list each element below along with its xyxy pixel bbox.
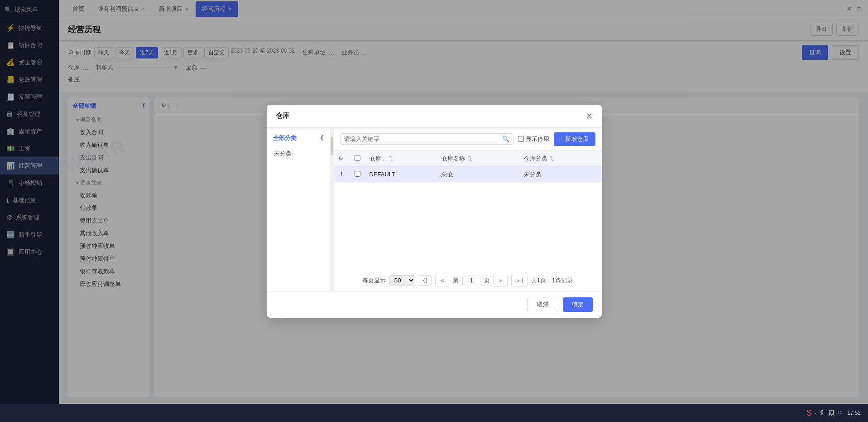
modal-prev-page[interactable]: ＜ — [435, 275, 449, 286]
sort-icon: ⇅ — [550, 155, 555, 162]
th-warehouse-category: 仓库分类 ⇅ — [519, 151, 602, 167]
warehouse-name: 总仓 — [437, 166, 519, 182]
modal-last-page[interactable]: ＞⟩ — [511, 275, 528, 286]
modal-page-label: 第 — [453, 276, 459, 285]
modal-overlay[interactable]: 仓库 ✕ 全部分类 《 未分类 — [0, 0, 868, 422]
scroll-thumb — [331, 137, 333, 155]
warehouse-code: DEFAULT — [365, 166, 437, 182]
select-all-checkbox[interactable] — [355, 155, 360, 161]
row-settings: 1 — [334, 166, 350, 182]
modal-category-header: 全部分类 《 — [270, 132, 326, 144]
modal-scrollbar[interactable] — [330, 128, 334, 291]
th-warehouse-name: 仓库名称 ⇅ — [437, 151, 519, 167]
modal-total: 共1页，1条记录 — [531, 276, 573, 285]
cancel-button[interactable]: 取消 — [528, 297, 558, 312]
modal-current-page[interactable] — [462, 276, 480, 285]
modal-header: 仓库 ✕ — [267, 105, 602, 128]
modal-per-page-label: 每页显示 — [362, 276, 386, 285]
modal-close-button[interactable]: ✕ — [586, 111, 593, 121]
taskbar-icon-flag: 🏳 — [837, 409, 844, 417]
search-icon: 🔍 — [502, 136, 509, 142]
modal-pagination: 每页显示 50 100 ⟨⟨ ＜ 第 页 ＞ ＞⟩ 共1页，1条记录 — [334, 270, 602, 291]
modal-next-page[interactable]: ＞ — [494, 275, 508, 286]
taskbar: S · 🎙 🖼 🏳 17:52 — [0, 404, 868, 422]
modal-search-box: 🔍 — [340, 133, 514, 145]
th-settings: ⚙ — [334, 151, 350, 167]
taskbar-icon-s: S — [806, 408, 812, 418]
category-collapse-icon[interactable]: 《 — [317, 134, 323, 142]
modal-body: 全部分类 《 未分类 🔍 — [267, 128, 602, 291]
modal-warehouse: 仓库 ✕ 全部分类 《 未分类 — [267, 105, 602, 318]
taskbar-time: 17:52 — [847, 410, 861, 416]
taskbar-icon-mic: 🎙 — [819, 409, 825, 417]
show-disabled-label: 显示停用 — [518, 135, 549, 143]
taskbar-icon-img: 🖼 — [828, 409, 834, 417]
category-item-unclassified[interactable]: 未分类 — [270, 147, 326, 160]
show-disabled-checkbox[interactable] — [518, 136, 524, 142]
table-header-row: ⚙ 仓库... ⇅ 仓库名称 ⇅ — [334, 151, 602, 167]
modal-search-input[interactable] — [344, 136, 501, 142]
th-warehouse-code: 仓库... ⇅ — [365, 151, 437, 167]
modal-first-page[interactable]: ⟨⟨ — [419, 275, 432, 286]
taskbar-icons: S · 🎙 🖼 🏳 — [806, 408, 844, 418]
confirm-button[interactable]: 确定 — [563, 297, 593, 312]
modal-category-panel: 全部分类 《 未分类 — [267, 128, 330, 291]
table-row[interactable]: 1 DEFAULT 总仓 未分类 — [334, 166, 602, 182]
th-check — [350, 151, 365, 167]
modal-actions: 取消 确定 — [267, 291, 602, 318]
sort-icon: ⇅ — [467, 155, 472, 162]
modal-table-panel: 🔍 显示停用 + 新增仓库 ⚙ — [334, 128, 602, 291]
taskbar-icon-dot: · — [815, 409, 816, 417]
warehouse-category: 未分类 — [519, 166, 602, 182]
modal-toolbar: 🔍 显示停用 + 新增仓库 — [334, 128, 602, 151]
modal-page-suffix: 页 — [484, 276, 490, 285]
modal-per-page-select[interactable]: 50 100 — [389, 275, 415, 286]
row-checkbox[interactable] — [355, 171, 360, 177]
add-warehouse-button[interactable]: + 新增仓库 — [554, 132, 595, 146]
row-check — [350, 166, 365, 182]
sort-icon: ⇅ — [388, 155, 393, 162]
modal-warehouse-table: ⚙ 仓库... ⇅ 仓库名称 ⇅ — [334, 151, 602, 270]
all-category-label[interactable]: 全部分类 — [273, 134, 297, 142]
modal-title: 仓库 — [276, 112, 289, 120]
